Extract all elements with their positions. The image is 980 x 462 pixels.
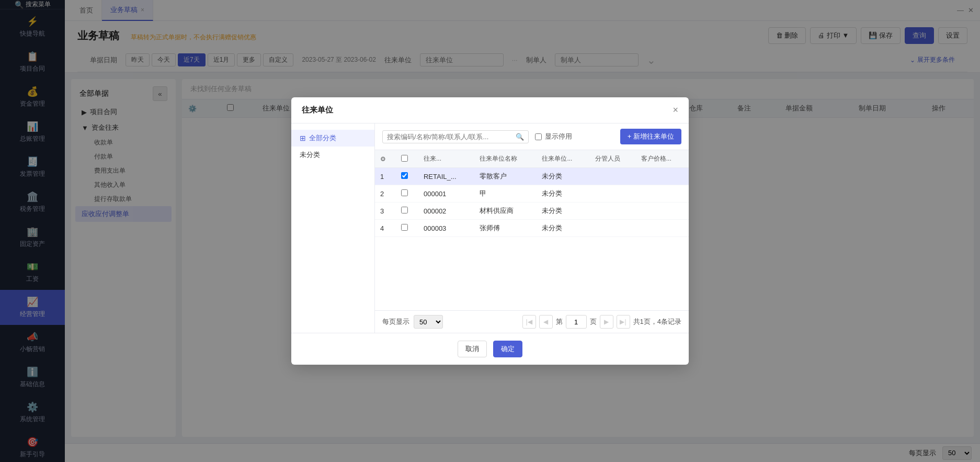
- page-number-input[interactable]: [566, 315, 587, 329]
- dialog-table-row[interactable]: 3 000002 材料供应商 未分类: [375, 202, 689, 220]
- dialog-header: 往来单位 ×: [291, 97, 689, 123]
- dialog-col-cat: 往来单位...: [537, 150, 589, 168]
- dialog-table-row[interactable]: 4 000003 张师傅 未分类: [375, 220, 689, 237]
- row-name: 零散客户: [474, 168, 537, 185]
- dialog-table: ⚙ 往来... 往来单位名称 往来单位... 分管人员 客户价格...: [375, 150, 689, 237]
- dialog-col-manager: 分管人员: [590, 150, 636, 168]
- confirm-button[interactable]: 确定: [493, 341, 522, 357]
- row-checkbox[interactable]: [396, 220, 418, 237]
- dialog-col-price: 客户价格...: [636, 150, 689, 168]
- row-manager: [590, 168, 636, 185]
- row-select-checkbox[interactable]: [401, 207, 408, 213]
- dialog-body: ⊞ 全部分类 未分类 🔍: [291, 123, 689, 333]
- row-price: [636, 202, 689, 220]
- show-disabled-label[interactable]: 显示停用: [535, 132, 572, 141]
- page-label: 第: [556, 317, 563, 326]
- dialog-sidebar-all[interactable]: ⊞ 全部分类: [291, 130, 374, 147]
- dialog-content: ⊞ 全部分类 未分类 🔍: [291, 123, 689, 333]
- dialog-table-row[interactable]: 1 RETAIL_... 零散客户 未分类: [375, 168, 689, 185]
- cancel-button[interactable]: 取消: [458, 341, 487, 357]
- search-box: 🔍: [382, 130, 529, 143]
- search-icon: 🔍: [516, 133, 524, 141]
- row-price: [636, 168, 689, 185]
- dialog-col-name: 往来单位名称: [474, 150, 537, 168]
- row-manager: [590, 185, 636, 202]
- dialog-close-button[interactable]: ×: [673, 105, 678, 116]
- dialog-sidebar-unclassified[interactable]: 未分类: [291, 147, 374, 163]
- dialog-toolbar: 🔍 显示停用 + 新增往来单位: [375, 123, 689, 150]
- dialog-title: 往来单位: [302, 105, 333, 115]
- row-category: 未分类: [537, 220, 589, 237]
- row-manager: [590, 220, 636, 237]
- dialog-footer: 取消 确定: [291, 333, 689, 365]
- per-page-label: 每页显示: [382, 317, 409, 326]
- row-price: [636, 220, 689, 237]
- row-name: 材料供应商: [474, 202, 537, 220]
- search-input[interactable]: [387, 133, 512, 141]
- dialog-table-row[interactable]: 2 000001 甲 未分类: [375, 185, 689, 202]
- modal-overlay: 往来单位 × ⊞ 全部分类 未分类: [0, 0, 980, 462]
- row-no: 3: [375, 202, 396, 220]
- row-checkbox[interactable]: [396, 185, 418, 202]
- row-code: 000001: [418, 185, 474, 202]
- dialog-pagination: 每页显示 50 100 |◀ ◀ 第 页 ▶: [375, 310, 689, 333]
- settings-icon: ⚙: [380, 155, 386, 163]
- dialog-main: 🔍 显示停用 + 新增往来单位 ⚙: [375, 123, 689, 333]
- per-page-select[interactable]: 50 100: [414, 315, 443, 329]
- row-code: 000003: [418, 220, 474, 237]
- row-checkbox[interactable]: [396, 168, 418, 185]
- row-manager: [590, 202, 636, 220]
- add-party-button[interactable]: + 新增往来单位: [620, 129, 681, 144]
- pagination-controls: |◀ ◀ 第 页 ▶ ▶| 共1页，4条记录: [522, 315, 681, 329]
- page-suffix: 页: [590, 317, 597, 326]
- row-select-checkbox[interactable]: [401, 189, 408, 196]
- row-price: [636, 185, 689, 202]
- prev-page-button[interactable]: ◀: [539, 315, 553, 329]
- row-category: 未分类: [537, 202, 589, 220]
- dialog-select-all[interactable]: [401, 155, 408, 162]
- row-select-checkbox[interactable]: [401, 224, 408, 231]
- last-page-button[interactable]: ▶|: [617, 315, 630, 329]
- row-no: 2: [375, 185, 396, 202]
- row-select-checkbox[interactable]: [401, 172, 408, 179]
- row-code: RETAIL_...: [418, 168, 474, 185]
- row-code: 000002: [418, 202, 474, 220]
- show-disabled-checkbox[interactable]: [535, 133, 542, 140]
- row-no: 1: [375, 168, 396, 185]
- row-name: 甲: [474, 185, 537, 202]
- total-info: 共1页，4条记录: [633, 317, 681, 326]
- party-dialog: 往来单位 × ⊞ 全部分类 未分类: [291, 97, 689, 365]
- row-checkbox[interactable]: [396, 202, 418, 220]
- row-category: 未分类: [537, 185, 589, 202]
- dialog-col-code: 往来...: [418, 150, 474, 168]
- first-page-button[interactable]: |◀: [522, 315, 536, 329]
- row-name: 张师傅: [474, 220, 537, 237]
- grid-icon: ⊞: [300, 134, 306, 142]
- row-no: 4: [375, 220, 396, 237]
- dialog-col-checkbox: [396, 150, 418, 168]
- dialog-col-settings: ⚙: [375, 150, 396, 168]
- next-page-button[interactable]: ▶: [600, 315, 613, 329]
- row-category: 未分类: [537, 168, 589, 185]
- dialog-table-wrap: ⚙ 往来... 往来单位名称 往来单位... 分管人员 客户价格...: [375, 150, 689, 310]
- dialog-sidebar: ⊞ 全部分类 未分类: [291, 123, 375, 333]
